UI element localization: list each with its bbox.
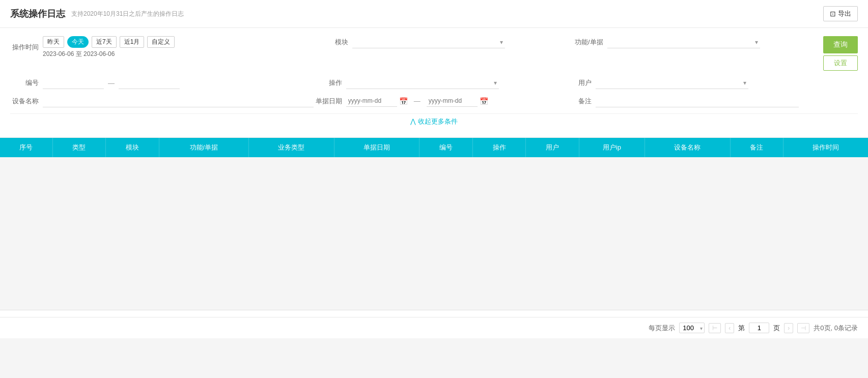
function-select-wrap: ▾	[607, 36, 760, 48]
export-icon: ⊡	[830, 10, 836, 18]
col-user: 用户	[526, 138, 579, 157]
page-size-label: 每页显示	[649, 324, 675, 333]
collapse-bar[interactable]: ⋀ 收起更多条件	[10, 113, 858, 129]
yesterday-btn[interactable]: 昨天	[43, 36, 64, 48]
custom-btn[interactable]: 自定义	[147, 36, 175, 48]
device-label: 设备名称	[10, 97, 39, 106]
col-module: 模块	[106, 138, 159, 157]
device-input[interactable]	[43, 95, 314, 107]
filter-item-device: 设备名称	[10, 95, 314, 107]
col-op-time: 操作时间	[783, 138, 868, 157]
filter-item-time: 操作时间 昨天 今天 近7天 近1月 自定义 2023-06-06 至 2023…	[10, 36, 320, 59]
filter-item-docdate: 单据日期 📅 — 📅	[314, 95, 556, 107]
operation-select[interactable]	[346, 77, 499, 89]
page-label: 第	[738, 324, 745, 333]
col-biz-type: 业务类型	[249, 138, 334, 157]
col-device: 设备名称	[645, 138, 730, 157]
last7-btn[interactable]: 近7天	[92, 36, 117, 48]
data-table: 序号 类型 模块 功能/单据 业务类型 单据日期 编号 操作 用户 用户ip 设…	[0, 138, 868, 157]
action-buttons: 查询 设置	[823, 36, 858, 71]
col-doc-date: 单据日期	[334, 138, 419, 157]
filter-item-remark: 备注	[556, 95, 799, 107]
col-type: 类型	[52, 138, 105, 157]
time-buttons-col: 昨天 今天 近7天 近1月 自定义 2023-06-06 至 2023-06-0…	[43, 36, 175, 59]
remark-label: 备注	[556, 97, 592, 106]
pagination: 每页显示 100 50 200 ▾ ⊢ ‹ 第 页 › ⊣ 共0页, 0条记录	[0, 317, 868, 338]
doc-date-range: 📅 — 📅	[346, 95, 556, 107]
collapse-label: 收起更多条件	[418, 118, 458, 125]
settings-button[interactable]: 设置	[823, 55, 858, 71]
doc-date-from[interactable]	[346, 95, 397, 107]
table-header-row: 序号 类型 模块 功能/单据 业务类型 单据日期 编号 操作 用户 用户ip 设…	[0, 138, 868, 157]
last-page-button[interactable]: ⊣	[797, 323, 809, 333]
filter-item-module: 模块 ▾	[320, 36, 567, 48]
page-size-select[interactable]: 100 50 200	[679, 323, 705, 333]
remark-input[interactable]	[596, 95, 799, 107]
doc-date-to[interactable]	[427, 95, 478, 107]
module-select-wrap: ▾	[352, 36, 505, 48]
query-button[interactable]: 查询	[823, 36, 858, 53]
total-label: 共0页, 0条记录	[814, 324, 858, 333]
next-page-button[interactable]: ›	[784, 323, 793, 333]
operation-select-wrap: ▾	[346, 77, 499, 89]
export-button[interactable]: ⊡ 导出	[823, 6, 858, 21]
col-function: 功能/单据	[159, 138, 248, 157]
horizontal-scrollbar[interactable]	[0, 310, 868, 317]
first-page-button[interactable]: ⊢	[709, 323, 721, 333]
module-label: 模块	[320, 38, 348, 47]
date-range-display: 2023-06-06 至 2023-06-06	[43, 50, 175, 59]
filter-item-number: 编号 —	[10, 77, 314, 89]
col-seqno: 序号	[0, 138, 52, 157]
page-size-wrap: 100 50 200 ▾	[679, 323, 705, 333]
filter-item-function: 功能/单据 ▾	[568, 36, 815, 48]
today-btn[interactable]: 今天	[67, 36, 89, 48]
empty-area	[0, 157, 868, 310]
user-select-wrap: ▾	[596, 77, 748, 89]
doc-date-label: 单据日期	[314, 97, 342, 106]
calendar-to-icon[interactable]: 📅	[480, 97, 488, 105]
number-label: 编号	[10, 78, 39, 88]
calendar-from-icon[interactable]: 📅	[399, 97, 408, 105]
function-label: 功能/单据	[568, 38, 603, 47]
page-title: 系统操作日志	[10, 8, 65, 20]
operation-label: 操作	[314, 78, 342, 88]
doc-date-dash: —	[414, 97, 421, 105]
function-select[interactable]	[607, 36, 760, 48]
col-user-ip: 用户ip	[579, 138, 645, 157]
page-subtitle: 支持2020年10月31日之后产生的操作日志	[71, 10, 184, 18]
filter-row-2: 编号 — 操作 ▾ 用户 ▾	[10, 77, 858, 89]
filter-row-1: 操作时间 昨天 今天 近7天 近1月 自定义 2023-06-06 至 2023…	[10, 36, 858, 71]
number-dash: —	[108, 79, 115, 87]
page-number-input[interactable]	[749, 323, 769, 333]
col-number: 编号	[419, 138, 472, 157]
table-header: 序号 类型 模块 功能/单据 业务类型 单据日期 编号 操作 用户 用户ip 设…	[0, 138, 868, 157]
time-buttons: 昨天 今天 近7天 近1月 自定义	[43, 36, 175, 48]
filter-item-operation: 操作 ▾	[314, 77, 556, 89]
page-header: 系统操作日志 支持2020年10月31日之后产生的操作日志 ⊡ 导出	[0, 0, 868, 28]
col-operation: 操作	[472, 138, 525, 157]
scroll-bar-inner	[0, 310, 868, 311]
number-from-input[interactable]	[43, 77, 104, 89]
export-label: 导出	[838, 9, 851, 18]
last1month-btn[interactable]: 近1月	[120, 36, 145, 48]
user-select[interactable]	[596, 77, 748, 89]
user-label: 用户	[556, 78, 592, 88]
page-unit: 页	[773, 324, 780, 333]
table-section: 序号 类型 模块 功能/单据 业务类型 单据日期 编号 操作 用户 用户ip 设…	[0, 138, 868, 310]
operation-time-label: 操作时间	[10, 43, 39, 52]
filter-row-3: 设备名称 单据日期 📅 — 📅 备注	[10, 95, 858, 107]
filter-section: 操作时间 昨天 今天 近7天 近1月 自定义 2023-06-06 至 2023…	[0, 28, 868, 138]
module-select[interactable]	[352, 36, 505, 48]
prev-page-button[interactable]: ‹	[725, 323, 734, 333]
collapse-icon: ⋀	[410, 118, 416, 125]
filter-item-user: 用户 ▾	[556, 77, 799, 89]
number-to-input[interactable]	[119, 77, 180, 89]
col-remark: 备注	[730, 138, 783, 157]
